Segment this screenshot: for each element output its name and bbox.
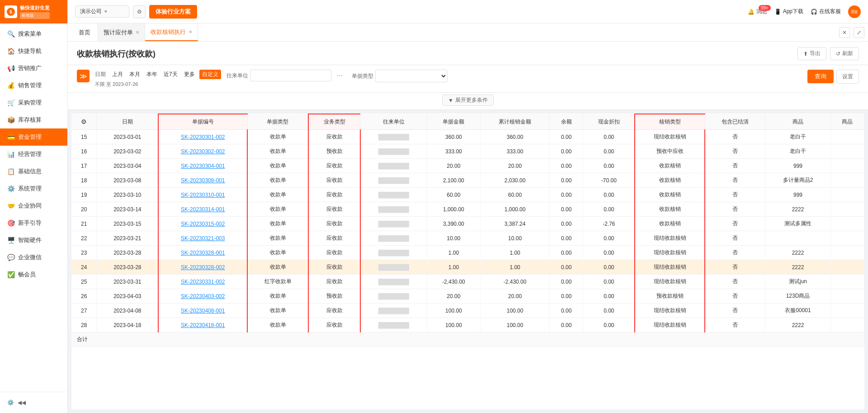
doc-no-link[interactable]: SK-20230328-002	[181, 264, 225, 271]
doc-no-link[interactable]: SK-20230418-001	[181, 322, 225, 328]
sidebar-item-guide[interactable]: 🎯 新手引导	[0, 214, 67, 232]
cell-seq: 23	[71, 246, 97, 260]
col-header-date[interactable]: 日期	[97, 114, 159, 130]
sidebar-item-wechat[interactable]: 💬 企业微信	[0, 249, 67, 266]
expand-more-button[interactable]: ▼ 展开更多条件	[442, 95, 494, 106]
doc-no-link[interactable]: SK-20230321-003	[181, 235, 225, 242]
tab-prepay-close[interactable]: ✕	[136, 30, 139, 35]
filter-settings-button[interactable]: 设置	[836, 70, 859, 84]
partner-input[interactable]	[250, 70, 331, 81]
cell-partner: ████████	[360, 231, 427, 246]
col-header-discount[interactable]: 现金折扣	[583, 114, 635, 130]
cell-include-settled: 否	[705, 217, 765, 231]
notification-item[interactable]: 🔔 消息 99+	[748, 8, 767, 15]
cell-partner: ████████	[360, 173, 427, 188]
cell-date: 2023-03-21	[97, 231, 159, 246]
cell-cancel-type: 现结收款核销	[635, 246, 705, 260]
sidebar-settings-btn[interactable]: ⚙️ ◀◀	[0, 396, 67, 409]
doc-no-link[interactable]: SK-20230310-001	[181, 192, 225, 198]
col-header-product[interactable]: 商品	[765, 114, 830, 130]
tab-maximize-btn[interactable]: ⤢	[854, 27, 864, 38]
cell-accum-cancel: 1.00	[480, 260, 549, 275]
user-avatar-area[interactable]: Rit	[848, 5, 861, 18]
online-service-item[interactable]: 🎧 在线客服	[811, 8, 841, 15]
refresh-button[interactable]: ↺ 刷新	[830, 47, 859, 60]
date-btn-more[interactable]: 更多	[182, 70, 197, 79]
doc-no-link[interactable]: SK-20230328-001	[181, 250, 225, 256]
sidebar-item-system[interactable]: ⚙️ 系统管理	[0, 180, 67, 197]
doc-type-select[interactable]: 收款单 红字收款单	[375, 70, 448, 82]
sidebar-item-operations[interactable]: 📊 经营管理	[0, 146, 67, 163]
tab-collect[interactable]: 收款核销执行 ✕	[145, 24, 198, 41]
doc-no-link[interactable]: SK-20230308-001	[181, 177, 225, 184]
tab-home[interactable]: 首页	[71, 24, 98, 41]
page-actions: ⬆ 导出 ↺ 刷新	[797, 47, 859, 60]
doc-no-link[interactable]: SK-20230403-002	[181, 293, 225, 299]
tab-prepay[interactable]: 预计应付单 ✕	[98, 24, 145, 41]
sidebar-item-purchase[interactable]: 🛒 采购管理	[0, 94, 67, 111]
cell-seq: 15	[71, 130, 97, 144]
cell-accum-cancel: 20.00	[480, 159, 549, 173]
col-header-balance[interactable]: 余额	[550, 114, 583, 130]
col-header-doc-no[interactable]: 单据编号	[158, 114, 247, 130]
avatar: Rit	[848, 5, 861, 18]
cell-discount: -70.00	[583, 173, 635, 188]
doc-no-link[interactable]: SK-20230331-002	[181, 279, 225, 285]
export-button[interactable]: ⬆ 导出	[797, 47, 826, 60]
tab-close-all-btn[interactable]: ✕	[839, 27, 850, 38]
col-header-cancel-type[interactable]: 核销类型	[635, 114, 705, 130]
settings-button[interactable]: ⚙	[133, 5, 146, 18]
doc-no-link[interactable]: SK-20230301-002	[181, 134, 225, 140]
date-btn-last-month[interactable]: 上月	[110, 70, 125, 79]
col-header-biz-type[interactable]: 业务类型	[308, 114, 360, 130]
sidebar-item-hardware[interactable]: 🖥️ 智能硬件	[0, 232, 67, 249]
sidebar-item-basic-info[interactable]: 📋 基础信息	[0, 163, 67, 180]
col-header-include-settled[interactable]: 包含已结清	[705, 114, 765, 130]
cell-doc-type: 收款单	[247, 202, 308, 217]
col-header-doc-type[interactable]: 单据类型	[247, 114, 308, 130]
cell-product: 测试jun	[765, 275, 830, 289]
col-header-partner[interactable]: 往来单位	[360, 114, 427, 130]
date-btn-this-month[interactable]: 本月	[127, 70, 142, 79]
cell-biz-type: 应收款	[308, 202, 360, 217]
col-header-product2[interactable]: 商品	[830, 114, 864, 130]
app-download-item[interactable]: 📱 App下载	[774, 8, 803, 15]
cell-seq: 26	[71, 289, 97, 304]
industry-solution-button[interactable]: 体验行业方案	[149, 5, 197, 19]
sidebar-item-finance[interactable]: 💳 资金管理	[0, 128, 67, 146]
doc-no-link[interactable]: SK-20230408-001	[181, 308, 225, 314]
doc-no-link[interactable]: SK-20230304-001	[181, 163, 225, 169]
doc-no-link[interactable]: SK-20230315-002	[181, 221, 225, 227]
cell-seq: 25	[71, 275, 97, 289]
date-btn-custom[interactable]: 自定义	[199, 70, 221, 79]
hardware-icon: 🖥️	[7, 237, 14, 244]
doc-no-link[interactable]: SK-20230314-001	[181, 206, 225, 213]
date-btn-7days[interactable]: 近7天	[162, 70, 179, 79]
cell-seq: 19	[71, 188, 97, 202]
sidebar-item-search[interactable]: 🔍 搜索菜单	[0, 25, 67, 43]
sidebar-collapse-btn[interactable]: ◀◀	[18, 399, 26, 406]
cell-doc-type: 收款单	[247, 173, 308, 188]
sidebar-item-member[interactable]: ✅ 畅会员	[0, 266, 67, 283]
date-btn-this-year[interactable]: 本年	[145, 70, 159, 79]
cell-doc-no: SK-20230418-001	[158, 318, 247, 332]
sidebar-item-marketing[interactable]: 📢 营销推广	[0, 60, 67, 77]
table-row: 28 2023-04-18 SK-20230418-001 收款单 应收款 ██…	[71, 318, 864, 332]
col-header-accum-cancel[interactable]: 累计核销金额	[480, 114, 549, 130]
tab-collect-close[interactable]: ✕	[189, 29, 192, 34]
company-selector[interactable]: 演示公司 ▼	[75, 5, 129, 18]
sidebar-item-inventory[interactable]: 📦 库存核算	[0, 111, 67, 128]
col-header-amount[interactable]: 单据金额	[427, 114, 480, 130]
sidebar-item-cooperation[interactable]: 🤝 企业协同	[0, 197, 67, 214]
sidebar-item-sales[interactable]: 💰 销售管理	[0, 77, 67, 94]
doc-no-link[interactable]: SK-20230302-002	[181, 148, 225, 155]
sidebar-item-quick-nav[interactable]: 🏠 快捷导航	[0, 43, 67, 60]
cell-product: 999	[765, 188, 830, 202]
table-footer-row: 合计	[71, 332, 864, 347]
filter-expand-button[interactable]: ≫	[77, 70, 90, 82]
cell-discount: 0.00	[583, 188, 635, 202]
date-filter-row: 日期 上月 本月 本年 近7天 更多 自定义	[95, 70, 221, 79]
partner-more-btn[interactable]: ···	[333, 71, 346, 80]
query-button[interactable]: 查询	[807, 70, 834, 83]
cell-include-settled: 否	[705, 289, 765, 304]
